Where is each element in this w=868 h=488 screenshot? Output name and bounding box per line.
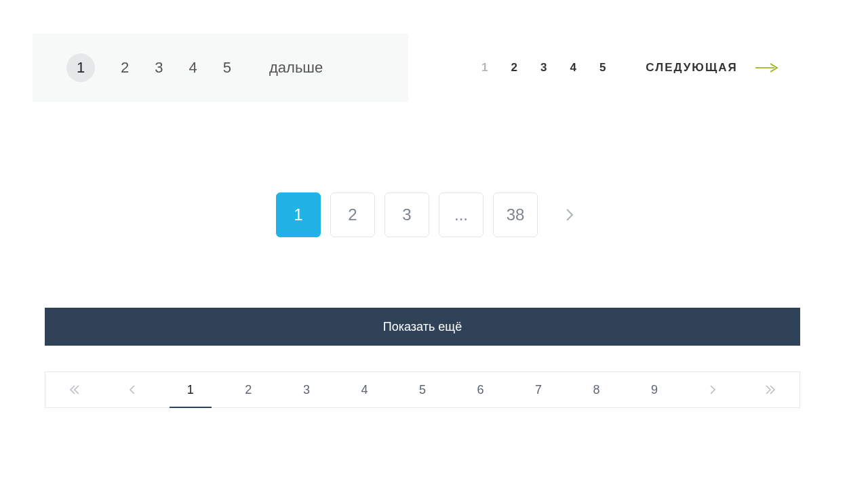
pagination-underline: 1 2 3 4 5 6 7 8 9: [45, 371, 800, 408]
next-button[interactable]: СЛЕДУЮЩАЯ: [646, 61, 737, 75]
page-link[interactable]: 3: [155, 59, 163, 77]
page-link[interactable]: 4: [189, 59, 197, 77]
page-link[interactable]: 2: [330, 192, 375, 237]
page-link[interactable]: 4: [570, 61, 576, 75]
page-link[interactable]: 5: [223, 59, 231, 77]
prev-page-icon[interactable]: [104, 372, 162, 407]
page-link[interactable]: 1: [161, 372, 220, 407]
first-page-icon[interactable]: [45, 372, 104, 407]
last-page-icon[interactable]: [741, 372, 800, 407]
pagination-simple: 1 2 3 4 5 дальше: [33, 34, 408, 102]
arrow-right-icon[interactable]: [755, 63, 778, 73]
page-link[interactable]: 5: [599, 61, 606, 75]
page-link[interactable]: 1: [66, 54, 95, 82]
page-link-last[interactable]: 38: [493, 192, 538, 237]
page-link[interactable]: 7: [509, 372, 568, 407]
chevron-right-icon[interactable]: [547, 192, 592, 237]
page-link[interactable]: 1: [276, 192, 321, 237]
show-more-button[interactable]: Показать ещё: [45, 308, 800, 346]
page-link[interactable]: 3: [277, 372, 336, 407]
page-link[interactable]: 1: [481, 61, 488, 75]
page-link[interactable]: 6: [452, 372, 510, 407]
page-link[interactable]: 3: [540, 61, 547, 75]
page-link[interactable]: 2: [511, 61, 517, 75]
page-link[interactable]: 3: [384, 192, 429, 237]
page-link[interactable]: 2: [121, 59, 129, 77]
page-link[interactable]: 8: [568, 372, 626, 407]
page-link[interactable]: 9: [625, 372, 684, 407]
ellipsis: ...: [439, 192, 484, 237]
page-link[interactable]: 5: [393, 372, 452, 407]
page-link[interactable]: 2: [220, 372, 278, 407]
next-link[interactable]: дальше: [269, 59, 323, 77]
page-link[interactable]: 4: [336, 372, 394, 407]
pagination-boxed: 1 2 3 ... 38: [0, 192, 868, 237]
pagination-arrow-style: 1 2 3 4 5 СЛЕДУЮЩАЯ: [481, 61, 778, 75]
next-page-icon[interactable]: [684, 372, 742, 407]
